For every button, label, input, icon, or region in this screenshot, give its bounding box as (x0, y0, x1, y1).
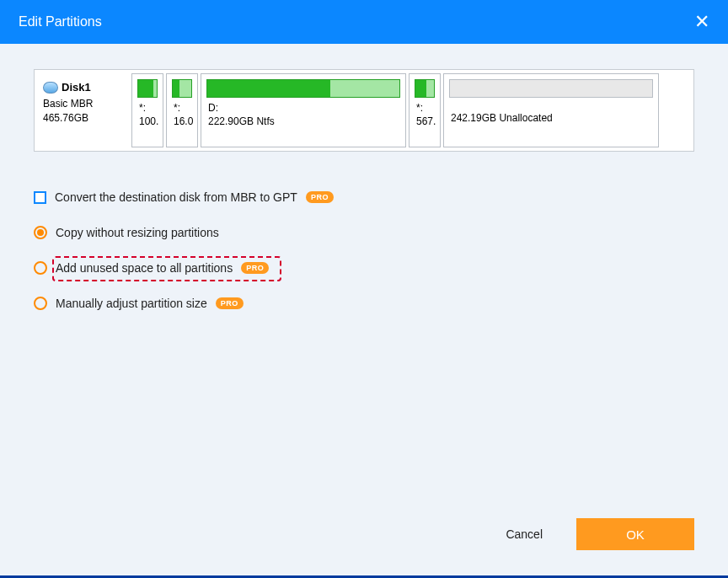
radio-icon[interactable] (34, 226, 47, 239)
partition-info: 16.0 (174, 115, 192, 128)
option-convert-mbr-gpt[interactable]: Convert the destination disk from MBR to… (34, 190, 694, 204)
radio-icon[interactable] (34, 261, 47, 275)
partition-info: 100. (139, 115, 158, 128)
partition-info: 222.90GB Ntfs (208, 115, 400, 128)
option-label: Add unused space to all partitions (56, 261, 233, 275)
disk-icon (43, 82, 58, 94)
partition-block[interactable]: *: 16.0 (166, 73, 198, 147)
disk-name: Disk1 (62, 80, 91, 95)
cancel-button[interactable]: Cancel (506, 527, 543, 541)
pro-badge: PRO (216, 297, 244, 309)
disk-type: Basic MBR (43, 97, 124, 111)
partition-block[interactable]: *: 567. (409, 73, 441, 147)
pro-badge: PRO (306, 191, 334, 203)
partition-block[interactable]: *: 100. (131, 73, 163, 147)
option-label: Copy without resizing partitions (56, 226, 219, 239)
partition-info: 567. (416, 115, 435, 128)
disk-size: 465.76GB (43, 111, 124, 126)
disk-summary: Disk1 Basic MBR 465.76GB (38, 73, 129, 147)
unallocated-block[interactable]: 242.19GB Unallocated (443, 73, 659, 147)
partition-letter: *: (174, 101, 192, 115)
partition-block[interactable]: D: 222.90GB Ntfs (201, 73, 406, 147)
close-icon[interactable]: ✕ (694, 13, 709, 31)
option-manual-adjust[interactable]: Manually adjust partition size PRO (34, 297, 694, 310)
partition-letter: D: (208, 101, 400, 115)
radio-icon[interactable] (34, 297, 47, 310)
option-add-unused-space[interactable]: Add unused space to all partitions PRO (34, 261, 694, 275)
ok-button[interactable]: OK (576, 518, 694, 550)
option-copy-no-resize[interactable]: Copy without resizing partitions (34, 226, 694, 239)
option-label: Convert the destination disk from MBR to… (55, 190, 297, 204)
option-label: Manually adjust partition size (56, 297, 207, 310)
unallocated-label: 242.19GB Unallocated (451, 111, 653, 125)
partition-letter: *: (139, 101, 158, 115)
options-group: Convert the destination disk from MBR to… (34, 190, 694, 310)
disk-panel: Disk1 Basic MBR 465.76GB *: 100. *: 16.0… (34, 69, 694, 152)
partition-letter: *: (416, 101, 435, 115)
dialog-content: Disk1 Basic MBR 465.76GB *: 100. *: 16.0… (0, 44, 728, 575)
titlebar: Edit Partitions ✕ (0, 0, 728, 44)
checkbox-icon[interactable] (34, 191, 46, 204)
pro-badge: PRO (241, 262, 269, 274)
dialog-footer: Cancel OK (506, 518, 694, 550)
dialog-title: Edit Partitions (19, 14, 102, 29)
